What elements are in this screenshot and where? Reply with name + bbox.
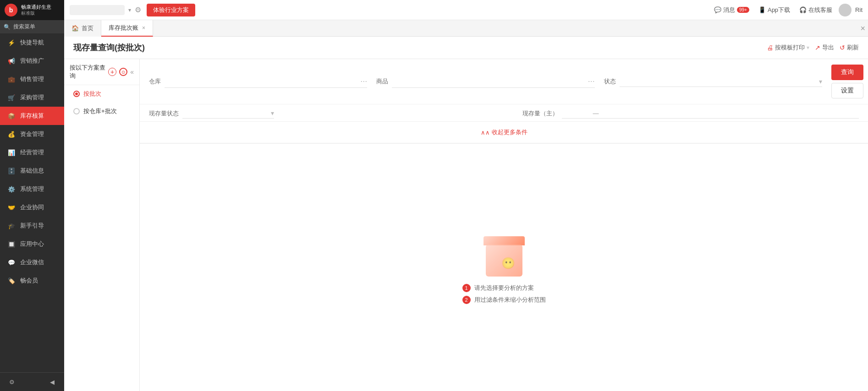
scheme-item-by-batch[interactable]: 按批次 [64,85,139,103]
hint1-text: 请先选择要分析的方案 [474,284,534,292]
sidebar-item-corp[interactable]: 🤝 企业协同 [0,198,64,217]
app-download-button[interactable]: 📱 App下载 [756,4,793,16]
sidebar-collapse-btn[interactable]: ◀ [48,377,57,386]
sidebar-settings-btn[interactable]: ⚙ [7,377,16,386]
scheme-panel: 按以下方案查询 + ⊙ « 按批次 按仓库+批次 [64,59,140,391]
page-title: 现存量查询(按批次) [73,42,145,53]
scheme-item-by-warehouse-batch[interactable]: 按仓库+批次 [64,103,139,120]
sidebar-item-sales[interactable]: 💼 销售管理 [0,70,64,88]
qty-to-input[interactable] [603,110,630,117]
export-btn[interactable]: ↗ 导出 [815,43,834,52]
empty-hint-1: 1 请先选择要分析的方案 [462,284,546,292]
apps-icon: 🔲 [7,240,16,248]
sidebar-item-label: 企业微信 [20,258,44,266]
product-label: 商品 [376,77,388,86]
scheme-title: 按以下方案查询 [70,64,108,80]
sidebar-item-quick-nav[interactable]: ⚡ 快捷导航 [0,33,64,52]
search-label: 搜索菜单 [13,23,35,31]
action-buttons: 查询 设置 [831,59,868,104]
warehouse-label: 仓库 [149,77,161,86]
sidebar-item-newuser[interactable]: 🎓 新手引导 [0,217,64,235]
sidebar-search[interactable]: 🔍 搜索菜单 [0,20,64,33]
scheme-radio-by-batch [73,91,80,97]
sidebar-item-basic[interactable]: 🗄️ 基础信息 [0,162,64,180]
sidebar-item-ops[interactable]: 📊 经营管理 [0,143,64,162]
scheme-collapse-btn[interactable]: « [130,68,134,76]
trial-button[interactable]: 体验行业方案 [147,4,195,16]
sidebar-item-inventory[interactable]: 📦 库存核算 [0,107,64,125]
filter-fields-row1: 仓库 ··· 商品 [140,59,831,104]
sidebar-item-system[interactable]: ⚙️ 系统管理 [0,180,64,198]
avatar[interactable] [839,4,852,16]
filter-row-1-wrapper: 仓库 ··· 商品 [140,59,868,104]
scheme-label-by-warehouse-batch: 按仓库+批次 [83,107,117,115]
print-arrow-icon: ▾ [807,44,809,51]
collapse-btn[interactable]: ∧∧ 收起更多条件 [477,125,531,140]
scheme-radio-by-warehouse-batch [73,108,80,114]
qty-label: 现存量（主） [522,109,558,118]
sidebar-item-label: 营销推广 [20,57,44,65]
status-field: 状态 ▾ [604,76,822,87]
tabbar: 🏠 首页 库存批次账 × × [64,20,868,37]
qty-from-input[interactable] [562,110,589,117]
topbar-gear-icon[interactable]: ⚙ [135,5,141,14]
messages-label: 消息 [723,6,735,14]
warehouse-more-icon[interactable]: ··· [360,76,367,86]
corp-icon: 🤝 [7,203,16,212]
wechat-icon: 💬 [7,258,16,266]
sidebar-item-label: 企业协同 [20,203,44,212]
warehouse-field: 仓库 ··· [149,75,376,88]
add-scheme-btn[interactable]: + [108,68,116,76]
product-more-icon[interactable]: ··· [588,76,595,86]
username-label[interactable]: Rit [855,6,863,13]
sidebar-item-finance[interactable]: 💰 资金管理 [0,125,64,143]
tab-close-icon[interactable]: × [142,25,145,31]
qty-field: 现存量（主） — [522,109,859,119]
scheme-label-by-batch: 按批次 [83,90,101,98]
sidebar-item-wechat[interactable]: 💬 企业微信 [0,253,64,272]
tab-panel-close-icon[interactable]: × [860,24,865,33]
page-header: 现存量查询(按批次) 🖨 按模板打印 ▾ ↗ 导出 ↺ 刷新 [64,37,868,59]
empty-box-top [483,236,525,245]
sidebar-item-marketing[interactable]: 📢 营销推广 [0,52,64,70]
product-field: 商品 ··· [376,75,604,88]
collapse-label: 收起更多条件 [492,128,527,136]
messages-button[interactable]: 💬 消息 99+ [711,4,752,16]
inventory-status-field: 现存量状态 ▾ [149,108,495,119]
tab-batch-account[interactable]: 库存批次账 × [101,20,153,37]
home-icon: 🏠 [71,25,79,32]
warehouse-input[interactable] [165,78,358,85]
sales-icon: 💼 [7,75,16,83]
online-support-button[interactable]: 🎧 在线客服 [797,4,835,16]
refresh-icon: ↺ [840,44,845,51]
breadcrumb-input[interactable] [70,5,125,15]
sidebar-item-apps[interactable]: 🔲 应用中心 [0,235,64,253]
tab-home-label: 首页 [82,24,93,33]
print-btn[interactable]: 🖨 按模板打印 ▾ [767,43,809,52]
empty-face: 😶 [501,257,515,270]
refresh-btn[interactable]: ↺ 刷新 [840,43,859,52]
sidebar-item-label: 经营管理 [20,148,44,157]
member-icon: 🏷️ [7,277,16,285]
main-area: ▾ ⚙ 体验行业方案 💬 消息 99+ 📱 App下载 🎧 在线客服 Rit 🏠… [64,0,868,391]
scheme-settings-btn[interactable]: ⊙ [119,68,127,76]
settings-button[interactable]: 设置 [831,83,863,98]
query-button[interactable]: 查询 [831,65,863,80]
sidebar-item-label: 采购管理 [20,93,44,102]
tab-home[interactable]: 🏠 首页 [64,20,101,37]
empty-state: 😶 1 请先选择要分析的方案 2 用过滤条件来缩小分析范围 [140,144,868,391]
sidebar: b 畅康通好生意 标准版 🔍 搜索菜单 ⚡ 快捷导航 📢 营销推广 💼 销售管理… [0,0,64,391]
marketing-icon: 📢 [7,57,16,65]
filter-area: 仓库 ··· 商品 [140,59,868,144]
status-select[interactable]: ▾ [620,76,822,87]
empty-box: 😶 [486,244,522,277]
inventory-status-select[interactable]: ▾ [182,108,274,119]
export-label: 导出 [822,43,834,52]
sidebar-item-label: 系统管理 [20,185,44,193]
breadcrumb-chevron-icon[interactable]: ▾ [128,7,131,13]
sidebar-item-label: 新手引导 [20,222,44,230]
sidebar-item-purchase[interactable]: 🛒 采购管理 [0,88,64,107]
product-input[interactable] [392,78,586,85]
sidebar-item-member[interactable]: 🏷️ 畅会员 [0,272,64,290]
product-input-wrapper: ··· [392,75,594,88]
